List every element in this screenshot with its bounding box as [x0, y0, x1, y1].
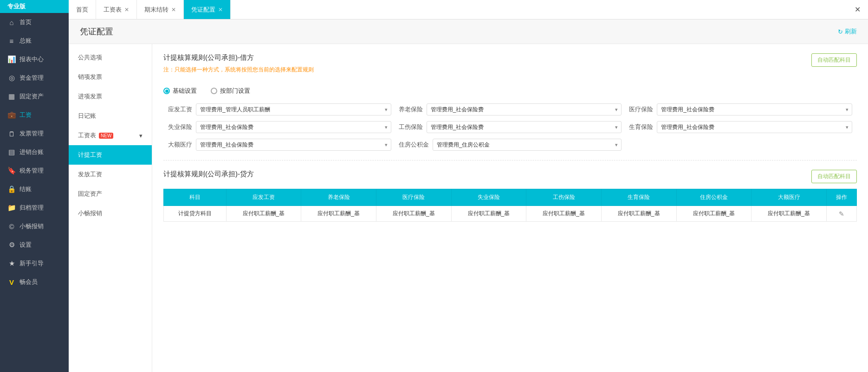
sidebar-item-xiaochang[interactable]: © 小畅报销 — [0, 217, 69, 236]
label-daejyiliao: 大额医疗 — [168, 141, 192, 149]
left-menu-pay-salary-label: 发放工资 — [78, 170, 102, 179]
left-menu-sales-invoice-label: 销项发票 — [78, 73, 102, 81]
edit-icon[interactable]: ✎ — [839, 210, 844, 218]
tab-payroll-close[interactable]: ✕ — [124, 6, 129, 13]
tab-voucher-close[interactable]: ✕ — [218, 6, 223, 13]
close-window-btn[interactable]: ✕ — [855, 5, 861, 14]
select-gongjijin[interactable]: 管理费用_住房公积金 — [433, 139, 622, 151]
new-badge: NEW — [99, 133, 113, 139]
sidebar-item-member[interactable]: V 畅会员 — [0, 273, 69, 291]
radio-basic-label: 基础设置 — [173, 87, 197, 95]
section1-title: 计提核算规则(公司承担)-借方 — [163, 53, 314, 62]
select-gongjijin-input[interactable]: 管理费用_住房公积金 — [433, 139, 622, 151]
left-menu-public[interactable]: 公共选项 — [69, 48, 152, 67]
left-menu-journal[interactable]: 日记账 — [69, 106, 152, 126]
sidebar-label-report: 报表中心 — [19, 55, 44, 64]
fund-icon: ◎ — [7, 74, 16, 82]
th-gongjijin: 住房公积金 — [676, 189, 751, 206]
tab-home[interactable]: 首页 — [69, 0, 96, 19]
settings-icon: ⚙ — [7, 241, 16, 249]
radio-basic[interactable]: 基础设置 — [163, 87, 197, 95]
tab-period-close[interactable]: ✕ — [171, 6, 176, 13]
content-wrapper: 公共选项 销项发票 进项发票 日记账 工资表 NEW ▾ 计提工资 — [69, 44, 868, 372]
select-yanglao-input[interactable]: 管理费用_社会保险费 — [427, 103, 622, 115]
form-item-shiye: 失业保险 管理费用_社会保险费 — [168, 121, 391, 133]
main-area: 首页 工资表 ✕ 期末结转 ✕ 凭证配置 ✕ ✕ 凭证配置 ↻ 刷新 公 — [69, 0, 868, 372]
form-item-shengyu: 生育保险 管理费用_社会保险费 — [629, 121, 852, 133]
tab-voucher-label: 凭证配置 — [191, 6, 215, 14]
sidebar-item-ledger[interactable]: ≡ 总账 — [0, 32, 69, 50]
left-menu-pay-salary[interactable]: 发放工资 — [69, 165, 152, 184]
form-grid-row1: 应发工资 管理费用_管理人员职工薪酬 养老保险 管理费用_社会保险费 — [163, 103, 857, 115]
auto-match-btn-2[interactable]: 自动匹配科目 — [811, 170, 857, 183]
select-shiye-input[interactable]: 管理费用_社会保险费 — [196, 121, 391, 133]
select-shengyu-input[interactable]: 管理费用_社会保险费 — [657, 121, 852, 133]
left-menu-purchase-invoice[interactable]: 进项发票 — [69, 87, 152, 106]
credit-rules-table: 科目 应发工资 养老保险 医疗保险 失业保险 工伤保险 生育保险 住房公积金 大… — [163, 189, 857, 222]
left-menu-calc-salary[interactable]: 计提工资 — [69, 145, 152, 165]
sidebar-label-xiaochang: 小畅报销 — [19, 222, 44, 231]
form-grid-row2: 失业保险 管理费用_社会保险费 工伤保险 管理费用_社会保险费 — [163, 121, 857, 133]
payroll-table-arrow: ▾ — [139, 132, 143, 139]
td-gongshang-val: 应付职工薪酬_基 — [526, 206, 602, 222]
left-menu-fixed-assets[interactable]: 固定资产 — [69, 184, 152, 204]
tab-period[interactable]: 期末结转 ✕ — [137, 0, 184, 19]
sidebar-item-salary[interactable]: 💼 工资 — [0, 106, 69, 124]
radio-dept[interactable]: 按部门设置 — [211, 87, 250, 95]
sidebar-item-close[interactable]: 🔒 结账 — [0, 180, 69, 199]
sidebar-label-ledger: 总账 — [19, 37, 32, 45]
sidebar-item-archive[interactable]: 📁 归档管理 — [0, 199, 69, 217]
select-yifagongzi[interactable]: 管理费用_管理人员职工薪酬 — [196, 103, 391, 115]
sidebar-item-settings[interactable]: ⚙ 设置 — [0, 236, 69, 254]
select-daejyiliao[interactable]: 管理费用_社会保险费 — [196, 139, 391, 151]
td-salary-val: 应付职工薪酬_基 — [226, 206, 301, 222]
label-gongjijin: 住房公积金 — [399, 141, 429, 149]
tab-voucher[interactable]: 凭证配置 ✕ — [184, 0, 231, 19]
td-yanglao-val: 应付职工薪酬_基 — [301, 206, 376, 222]
form-item-yifagongzi: 应发工资 管理费用_管理人员职工薪酬 — [168, 103, 391, 115]
stock-icon: ▤ — [7, 148, 16, 156]
sidebar-item-tax[interactable]: 🔖 税务管理 — [0, 161, 69, 180]
left-menu-sales-invoice[interactable]: 销项发票 — [69, 67, 152, 87]
select-yiliao-input[interactable]: 管理费用_社会保险费 — [657, 103, 852, 115]
select-gongshang-input[interactable]: 管理费用_社会保险费 — [427, 121, 622, 133]
sidebar-item-home[interactable]: ⌂ 首页 — [0, 13, 69, 32]
select-gongshang[interactable]: 管理费用_社会保险费 — [427, 121, 622, 133]
section1-header: 计提核算规则(公司承担)-借方 注：只能选择一种方式，系统将按照您当前的选择来配… — [163, 53, 857, 81]
sidebar-item-fund[interactable]: ◎ 资金管理 — [0, 69, 69, 87]
th-gongshang: 工伤保险 — [526, 189, 602, 206]
sidebar-label-close: 结账 — [19, 185, 32, 193]
select-shiye[interactable]: 管理费用_社会保险费 — [196, 121, 391, 133]
form-grid-row3: 大额医疗 管理费用_社会保险费 住房公积金 管理费用_住房公积金 — [163, 139, 857, 151]
tab-home-label: 首页 — [76, 6, 88, 14]
refresh-button[interactable]: ↻ 刷新 — [838, 27, 857, 36]
refresh-label: 刷新 — [845, 27, 857, 36]
sidebar-item-assets[interactable]: ▦ 固定资产 — [0, 87, 69, 106]
sidebar-item-stock[interactable]: ▤ 进销台账 — [0, 143, 69, 161]
td-action-edit[interactable]: ✎ — [826, 206, 856, 222]
select-yanglao[interactable]: 管理费用_社会保险费 — [427, 103, 622, 115]
sidebar: 专业版 ⌂ 首页 ≡ 总账 📊 报表中心 ◎ 资金管理 ▦ 固定资产 💼 工资 … — [0, 0, 69, 372]
sidebar-item-guide[interactable]: ★ 新手引导 — [0, 254, 69, 273]
sidebar-label-member: 畅会员 — [19, 278, 38, 286]
left-menu-payroll-table[interactable]: 工资表 NEW ▾ — [69, 126, 152, 145]
form-item-gongshang: 工伤保险 管理费用_社会保险费 — [399, 121, 622, 133]
tab-payroll[interactable]: 工资表 ✕ — [96, 0, 137, 19]
select-daejyiliao-input[interactable]: 管理费用_社会保险费 — [196, 139, 391, 151]
td-shengyu-val: 应付职工薪酬_基 — [601, 206, 676, 222]
select-yiliao[interactable]: 管理费用_社会保险费 — [657, 103, 852, 115]
sidebar-item-invoice[interactable]: 🗒 发票管理 — [0, 124, 69, 143]
label-gongshang: 工伤保险 — [399, 123, 423, 131]
select-yifagongzi-input[interactable]: 管理费用_管理人员职工薪酬 — [196, 103, 391, 115]
td-subject: 计提贷方科目 — [164, 206, 227, 222]
right-content: 计提核算规则(公司承担)-借方 注：只能选择一种方式，系统将按照您当前的选择来配… — [152, 44, 868, 372]
auto-match-btn-1[interactable]: 自动匹配科目 — [811, 53, 857, 67]
left-menu-expense[interactable]: 小畅报销 — [69, 204, 152, 223]
select-shengyu[interactable]: 管理费用_社会保险费 — [657, 121, 852, 133]
invoice-icon: 🗒 — [7, 130, 16, 138]
section1-note: 注：只能选择一种方式，系统将按照您当前的选择来配置规则 — [163, 66, 314, 74]
sidebar-item-report[interactable]: 📊 报表中心 — [0, 50, 69, 69]
sidebar-label-assets: 固定资产 — [19, 92, 44, 101]
ledger-icon: ≡ — [7, 37, 16, 45]
topbar-actions: ✕ — [855, 5, 868, 14]
